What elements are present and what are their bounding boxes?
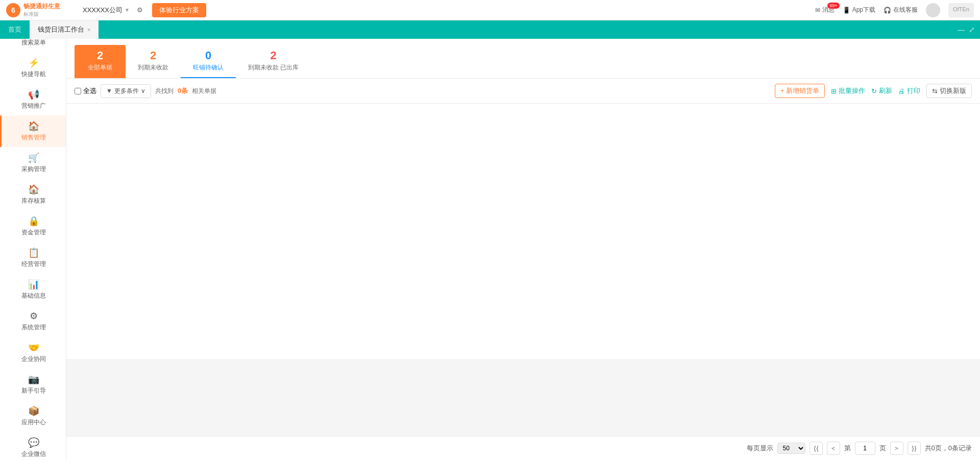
batch-icon: ⊞ xyxy=(831,87,837,95)
stat-tab-wangpu[interactable]: 0 旺铺待确认 xyxy=(181,45,236,78)
service-icon: 🎧 xyxy=(884,7,891,14)
avatar[interactable] xyxy=(926,3,940,17)
basic-info-icon: 📊 xyxy=(28,279,39,290)
online-service-label: 在线客服 xyxy=(893,6,918,14)
settings-button[interactable]: ⚙ xyxy=(133,3,147,17)
tab-home-label: 首页 xyxy=(8,25,21,34)
print-button[interactable]: 🖨 打印 xyxy=(898,86,920,95)
new-sale-order-button[interactable]: + 新增销货单 xyxy=(775,84,825,98)
sidebar-label-cooperation: 企业协同 xyxy=(21,355,46,364)
sidebar-label-app-center: 应用中心 xyxy=(21,418,46,427)
table-area xyxy=(66,104,980,359)
sidebar-item-system[interactable]: ⚙ 系统管理 xyxy=(0,305,66,337)
stat-label-wangpu: 旺铺待确认 xyxy=(193,63,224,72)
next-page-button[interactable]: ＞ xyxy=(890,442,903,455)
sidebar-item-guide[interactable]: 📷 新手引导 xyxy=(0,369,66,400)
sidebar-item-basic-info[interactable]: 📊 基础信息 xyxy=(0,274,66,305)
message-button[interactable]: ✉ 消息 99+ xyxy=(815,6,835,14)
sidebar-item-purchase[interactable]: 🛒 采购管理 xyxy=(0,147,66,179)
tab-home[interactable]: 首页 xyxy=(0,20,30,39)
weixin-icon: 💬 xyxy=(28,437,39,448)
cooperation-icon: 🤝 xyxy=(28,342,39,353)
sidebar-item-app-center[interactable]: 📦 应用中心 xyxy=(0,400,66,432)
switch-btn-label: 切换新版 xyxy=(940,86,966,95)
select-all-checkbox-label[interactable]: 全选 xyxy=(75,86,96,95)
gear-icon: ⚙ xyxy=(137,6,143,14)
logo-area: 6 畅捷通好生意 标准版 xyxy=(6,2,72,18)
stat-tab-all[interactable]: 2 全部单据 xyxy=(75,45,126,78)
inventory-icon: 🏠 xyxy=(28,184,39,195)
select-all-label: 全选 xyxy=(83,86,96,95)
batch-btn-label: 批量操作 xyxy=(839,86,865,95)
main-content: 2 全部单据 2 到期未收款 0 旺铺待确认 2 到期未收款 已出库 全选 ▼ … xyxy=(66,39,980,460)
download-icon: 📱 xyxy=(843,7,850,14)
page-size-select[interactable]: 50 100 200 xyxy=(777,443,805,454)
system-icon: ⚙ xyxy=(30,310,38,322)
refresh-button[interactable]: ↻ 刷新 xyxy=(871,86,892,95)
sidebar-item-operations[interactable]: 📋 经营管理 xyxy=(0,242,66,274)
message-badge: 99+ xyxy=(827,3,839,9)
sidebar-item-finance[interactable]: 🔒 资金管理 xyxy=(0,210,66,242)
pagination-bar: 每页显示 50 100 200 ⟨⟨ ＜ 第 页 ＞ ⟩⟩ 共0页，0条记录 xyxy=(66,436,980,460)
more-filter-button[interactable]: ▼ 更多条件 ∨ xyxy=(101,84,151,98)
app-download-button[interactable]: 📱 App下载 xyxy=(843,6,875,14)
page-text2: 页 xyxy=(879,444,886,453)
switch-new-version-button[interactable]: ⇆ 切换新版 xyxy=(926,84,972,98)
finance-icon: 🔒 xyxy=(28,215,39,227)
first-page-button[interactable]: ⟨⟨ xyxy=(810,442,823,455)
guide-icon: 📷 xyxy=(28,374,39,385)
sidebar-item-marketing[interactable]: 📢 营销推广 xyxy=(0,84,66,115)
select-all-checkbox[interactable] xyxy=(75,88,81,94)
sidebar-item-cooperation[interactable]: 🤝 企业协同 xyxy=(0,337,66,369)
found-suffix: 相关单据 xyxy=(192,87,216,95)
stat-label-shipped: 到期未收款 已出库 xyxy=(248,63,299,72)
chevron-down-icon: ▼ xyxy=(125,7,130,13)
found-count: 0条 xyxy=(178,86,188,95)
found-text: 共找到 xyxy=(155,87,174,95)
stat-label-all: 全部单据 xyxy=(88,63,112,72)
print-icon: 🖨 xyxy=(898,87,905,95)
sidebar-item-inventory[interactable]: 🏠 库存核算 xyxy=(0,179,66,210)
header-right: ✉ 消息 99+ 📱 App下载 🎧 在线客服 OfTEn xyxy=(815,3,974,17)
sidebar: ☰ 搜索菜单 ⚡ 快捷导航 📢 营销推广 🏠 销售管理 🛒 采购管理 🏠 库存核… xyxy=(0,0,66,460)
sidebar-label-weixin: 企业微信 xyxy=(21,450,46,458)
online-service-button[interactable]: 🎧 在线客服 xyxy=(884,6,918,14)
try-industry-button[interactable]: 体验行业方案 xyxy=(152,3,206,17)
stat-num-overdue: 2 xyxy=(150,49,156,62)
last-page-button[interactable]: ⟩⟩ xyxy=(908,442,921,455)
tab-actions: — ⤢ xyxy=(958,26,980,34)
sidebar-item-quick-nav[interactable]: ⚡ 快捷导航 xyxy=(0,52,66,84)
new-btn-label: + 新增销货单 xyxy=(780,86,819,95)
company-selector[interactable]: XXXXXX公司 ▼ xyxy=(83,6,130,15)
print-btn-label: 打印 xyxy=(907,86,920,95)
sidebar-item-weixin[interactable]: 💬 企业微信 xyxy=(0,432,66,460)
chevron-filter-icon: ∨ xyxy=(141,87,145,94)
operations-icon: 📋 xyxy=(28,247,39,258)
stat-tab-overdue[interactable]: 2 到期未收款 xyxy=(126,45,181,78)
close-tab-icon[interactable]: × xyxy=(87,27,90,33)
filter-btn-label: 更多条件 xyxy=(114,87,139,95)
minimize-window-icon[interactable]: — xyxy=(958,26,965,34)
tab-workbench-label: 钱货日清工作台 xyxy=(38,25,84,34)
sidebar-label-quick-nav: 快捷导航 xyxy=(21,70,46,79)
sidebar-item-sales[interactable]: 🏠 销售管理 xyxy=(0,115,66,147)
filter-icon: ▼ xyxy=(106,87,112,94)
quick-nav-icon: ⚡ xyxy=(28,57,39,68)
stat-tab-shipped[interactable]: 2 到期未收款 已出库 xyxy=(236,45,311,78)
batch-operation-button[interactable]: ⊞ 批量操作 xyxy=(831,86,865,95)
toolbar: 全选 ▼ 更多条件 ∨ 共找到 0条 相关单据 + 新增销货单 ⊞ 批量操作 ↻… xyxy=(66,79,980,104)
current-page-input[interactable] xyxy=(855,442,875,455)
top-header: 6 畅捷通好生意 标准版 XXXXXX公司 ▼ ⚙ 体验行业方案 ✉ 消息 99… xyxy=(0,0,980,20)
tab-work-bench[interactable]: 钱货日清工作台 × xyxy=(30,20,99,39)
stat-num-wangpu: 0 xyxy=(205,49,211,62)
page-text: 第 xyxy=(844,444,851,453)
sidebar-label-search-menu: 搜索菜单 xyxy=(21,38,46,47)
maximize-window-icon[interactable]: ⤢ xyxy=(969,26,975,34)
sidebar-label-system: 系统管理 xyxy=(21,323,46,332)
prev-page-button[interactable]: ＜ xyxy=(827,442,840,455)
app-center-icon: 📦 xyxy=(28,405,39,417)
company-name: XXXXXX公司 xyxy=(83,6,122,15)
total-records-text: 共0页，0条记录 xyxy=(925,444,972,453)
logo-line1: 畅捷通好生意 xyxy=(23,2,60,11)
user-name-area[interactable]: OfTEn xyxy=(948,3,974,17)
